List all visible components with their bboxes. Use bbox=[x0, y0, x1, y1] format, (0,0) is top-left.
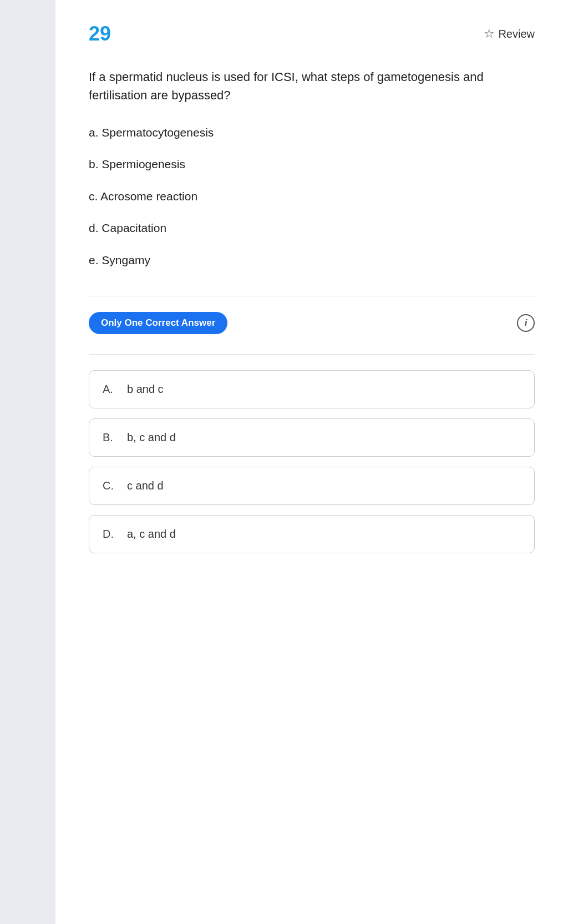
answer-option-d-label: d. bbox=[89, 221, 102, 234]
header-row: 29 ☆ Review bbox=[89, 22, 535, 46]
answer-option-e: e. Syngamy bbox=[89, 252, 535, 268]
choice-c-text: c and d bbox=[127, 479, 164, 492]
review-label: Review bbox=[498, 28, 535, 41]
choice-d-text: a, c and d bbox=[127, 528, 176, 541]
choice-b-text: b, c and d bbox=[127, 431, 176, 444]
answer-option-d-text: Capacitation bbox=[102, 221, 166, 234]
answer-option-b: b. Spermiogenesis bbox=[89, 156, 535, 172]
answer-option-c-label: c. bbox=[89, 190, 100, 203]
answer-option-a-text: Spermatocytogenesis bbox=[102, 126, 214, 139]
answer-option-e-label: e. bbox=[89, 254, 102, 266]
choice-a-text: b and c bbox=[127, 383, 164, 396]
choice-a[interactable]: A. b and c bbox=[89, 370, 535, 408]
choice-d-letter: D. bbox=[103, 528, 116, 541]
answer-option-b-text: Spermiogenesis bbox=[102, 158, 185, 170]
question-text: If a spermatid nucleus is used for ICSI,… bbox=[89, 68, 535, 104]
answer-option-d: d. Capacitation bbox=[89, 220, 535, 236]
badge-row: Only One Correct Answer i bbox=[89, 312, 535, 334]
answer-option-c-text: Acrosome reaction bbox=[100, 190, 197, 203]
choice-b-letter: B. bbox=[103, 431, 116, 444]
main-content: 29 ☆ Review If a spermatid nucleus is us… bbox=[55, 0, 568, 924]
star-icon: ☆ bbox=[484, 27, 495, 41]
answer-option-b-label: b. bbox=[89, 158, 102, 170]
divider-2 bbox=[89, 354, 535, 355]
choice-a-letter: A. bbox=[103, 383, 116, 396]
question-number: 29 bbox=[89, 22, 111, 46]
choice-d[interactable]: D. a, c and d bbox=[89, 515, 535, 553]
answer-option-a-label: a. bbox=[89, 126, 102, 139]
choices-list: A. b and c B. b, c and d C. c and d D. a… bbox=[89, 370, 535, 553]
choice-b[interactable]: B. b, c and d bbox=[89, 418, 535, 457]
review-button[interactable]: ☆ Review bbox=[484, 27, 535, 41]
answer-options-list: a. Spermatocytogenesis b. Spermiogenesis… bbox=[89, 124, 535, 268]
info-icon[interactable]: i bbox=[517, 314, 535, 332]
divider bbox=[89, 296, 535, 296]
choice-c[interactable]: C. c and d bbox=[89, 467, 535, 505]
answer-option-e-text: Syngamy bbox=[102, 254, 150, 266]
only-one-correct-badge: Only One Correct Answer bbox=[89, 312, 227, 334]
sidebar bbox=[0, 0, 55, 924]
answer-option-a: a. Spermatocytogenesis bbox=[89, 124, 535, 140]
answer-option-c: c. Acrosome reaction bbox=[89, 188, 535, 204]
choice-c-letter: C. bbox=[103, 479, 116, 492]
